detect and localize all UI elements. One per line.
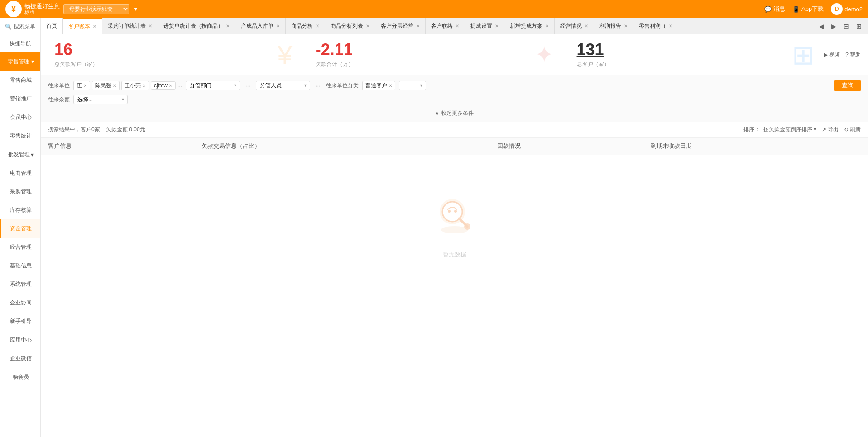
export-btn[interactable]: ↗ 导出 — [822, 126, 839, 133]
sidebar-item-label: 应用中心 — [10, 337, 32, 343]
sidebar-item-retail-mall[interactable]: 零售商城 — [0, 71, 40, 90]
tab-operation-status[interactable]: 经营情况 ✕ — [555, 18, 594, 34]
tab-maximize[interactable]: ⊞ — [854, 22, 864, 31]
tab-close-icon[interactable]: ✕ — [93, 24, 96, 29]
sidebar-item-retail-mgmt[interactable]: 零售管理 ▾ — [0, 52, 40, 71]
tab-close-icon[interactable]: ✕ — [624, 24, 628, 28]
tab-close-icon[interactable]: ✕ — [495, 24, 499, 28]
query-btn[interactable]: 查询 — [834, 80, 861, 91]
help-btn[interactable]: ? 帮助 — [845, 51, 861, 59]
tab-new-promotion-plan[interactable]: 新增提成方案 ✕ — [504, 18, 555, 34]
main-wrapper: 🔍 搜索菜单 快捷导航 零售管理 ▾ 零售商城 营销推广 会员中心 零售统计 — [0, 18, 868, 437]
tag-close-normal-customer[interactable]: ✕ — [388, 83, 392, 88]
sort-label: 排序： — [743, 126, 760, 133]
tag-close-wang[interactable]: ✕ — [142, 83, 146, 88]
user-area[interactable]: D demo2 — [831, 3, 863, 15]
empty-icon — [432, 191, 477, 245]
tab-customer-ledger[interactable]: 客户账本 ✕ — [63, 18, 102, 34]
svg-point-5 — [448, 210, 451, 213]
sidebar-item-wholesale[interactable]: 批发管理 ▾ — [0, 145, 40, 164]
tag-close-wu[interactable]: ✕ — [83, 83, 87, 88]
th-debt-info: 欠款交易信息（占比） — [194, 138, 490, 155]
tab-product-inbound[interactable]: 产成品入库单 ✕ — [235, 18, 286, 34]
sidebar-item-operation[interactable]: 经营管理 — [0, 238, 40, 256]
tab-close-icon[interactable]: ✕ — [316, 24, 319, 28]
tab-close-icon[interactable]: ✕ — [276, 24, 280, 28]
person-ellipsis[interactable]: ··· — [314, 82, 322, 89]
tab-purchase-order[interactable]: 采购订单统计表 ✕ — [102, 18, 158, 34]
tab-close-icon[interactable]: ✕ — [366, 24, 369, 28]
tab-retail-profit[interactable]: 零售利润（ ✕ — [633, 18, 678, 34]
tab-close-icon[interactable]: ✕ — [416, 24, 420, 28]
tab-close-icon[interactable]: ✕ — [149, 24, 152, 28]
balance-select[interactable]: 选择... — [73, 95, 128, 104]
tab-nav-right[interactable]: ▶ — [829, 22, 839, 31]
dept-ellipsis[interactable]: ··· — [244, 82, 252, 89]
tag-close-chen[interactable]: ✕ — [113, 83, 116, 88]
download-icon: 📱 — [792, 6, 800, 13]
tab-customer-contact[interactable]: 客户联络 ✕ — [426, 18, 465, 34]
filter-row-1: 往来单位 伍 ✕ 陈民强 ✕ 王小亮 — [48, 80, 861, 91]
sidebar-item-finance[interactable]: 资金管理 — [0, 219, 40, 238]
sidebar-item-pro-member[interactable]: 畅会员 — [0, 368, 40, 386]
dept-select[interactable]: 分管部门 — [186, 81, 240, 90]
sidebar-item-retail-stats[interactable]: 零售统计 — [0, 127, 40, 145]
sidebar-item-label: 经营管理 — [10, 244, 32, 250]
tag-close-cjttcw[interactable]: ✕ — [169, 83, 173, 88]
video-btn[interactable]: ▶ 视频 — [824, 51, 840, 59]
quick-nav-btn[interactable]: 快捷导航 — [0, 35, 40, 52]
sidebar-item-member[interactable]: 会员中心 — [0, 108, 40, 127]
unit-class-tags: 普通客户 ✕ — [362, 81, 395, 90]
sidebar-item-app-center[interactable]: 应用中心 — [0, 331, 40, 349]
sort-value[interactable]: 按欠款金额倒序排序 ▾ — [763, 126, 816, 133]
sidebar-item-new-guide[interactable]: 新手引导 — [0, 312, 40, 331]
filter-tag-wu: 伍 ✕ — [73, 81, 90, 90]
message-btn[interactable]: 💬 消息 — [764, 5, 785, 13]
sidebar-item-purchase[interactable]: 采购管理 — [0, 182, 40, 201]
sidebar-item-basic-info[interactable]: 基础信息 — [0, 256, 40, 275]
sidebar-item-enterprise-wechat[interactable]: 企业微信 — [0, 349, 40, 368]
tab-product-analysis-list[interactable]: 商品分析列表 ✕ — [325, 18, 375, 34]
tab-close-icon[interactable]: ✕ — [585, 24, 588, 28]
tab-label: 产成品入库单 — [241, 22, 273, 30]
refresh-btn[interactable]: ↻ 刷新 — [844, 126, 861, 133]
unit-tags: 伍 ✕ 陈民强 ✕ 王小亮 ✕ — [73, 81, 182, 90]
tab-close-icon[interactable]: ✕ — [669, 24, 672, 28]
filter-more-btn[interactable]: ... — [177, 82, 182, 89]
logo-text-block: 畅捷通好生意 标版 — [24, 3, 60, 16]
tab-minimize[interactable]: ⊟ — [841, 22, 852, 31]
tab-close-icon[interactable]: ✕ — [545, 24, 549, 28]
person-select[interactable]: 分管人员 — [256, 81, 310, 90]
sidebar-item-system[interactable]: 系统管理 — [0, 275, 40, 294]
tab-nav-left[interactable]: ◀ — [816, 22, 827, 31]
sidebar-item-ecommerce[interactable]: 电商管理 — [0, 164, 40, 182]
stat-bg-icon-3: ⊞ — [792, 39, 815, 71]
sidebar-item-marketing[interactable]: 营销推广 — [0, 90, 40, 108]
tab-home[interactable]: 首页 — [41, 18, 63, 34]
tab-close-icon[interactable]: ✕ — [456, 24, 459, 28]
tab-product-analysis[interactable]: 商品分析 ✕ — [286, 18, 325, 34]
download-btn[interactable]: 📱 App下载 — [792, 5, 824, 13]
sidebar-item-label: 零售管理 — [8, 58, 29, 65]
app-wrapper: ¥ 畅捷通好生意 标版 母婴行业演示账套 ▼ 💬 消息 📱 App下载 D — [0, 0, 868, 437]
result-actions: 排序： 按欠款金额倒序排序 ▾ ↗ 导出 ↻ 刷新 — [743, 126, 861, 133]
page-content: ¥ 16 总欠款客户（家） ✦ -2.11 欠款合计（万） ⊞ — [41, 34, 868, 437]
search-menu-btn[interactable]: 🔍 搜索菜单 — [4, 23, 37, 30]
sidebar-item-label: 批发管理 — [8, 151, 30, 158]
tab-profit-report[interactable]: 利润报告 ✕ — [594, 18, 633, 34]
industry-select[interactable]: 母婴行业演示账套 — [63, 4, 129, 14]
tab-stock-stats[interactable]: 进货单统计表（按商品） ✕ — [158, 18, 235, 34]
tab-customer-segment[interactable]: 客户分层经营 ✕ — [375, 18, 426, 34]
tab-label: 提成设置 — [470, 22, 492, 30]
tab-close-icon[interactable]: ✕ — [226, 24, 230, 28]
collapse-btn[interactable]: ∧ 收起更多条件 — [435, 109, 474, 117]
sidebar-item-inventory[interactable]: 库存核算 — [0, 201, 40, 219]
message-icon: 💬 — [764, 6, 772, 13]
data-table: 客户信息 欠款交易信息（占比） 回款情况 到期未收款日期 — [41, 138, 868, 155]
sidebar-search[interactable]: 🔍 搜索菜单 — [0, 18, 40, 35]
tab-promotion-settings[interactable]: 提成设置 ✕ — [465, 18, 504, 34]
sidebar-item-enterprise-coop[interactable]: 企业协同 — [0, 294, 40, 312]
dept-select-wrap: 分管部门 — [186, 81, 240, 90]
unit-class-select[interactable] — [399, 81, 426, 90]
filter-row-2: 往来余额 选择... — [48, 95, 861, 104]
